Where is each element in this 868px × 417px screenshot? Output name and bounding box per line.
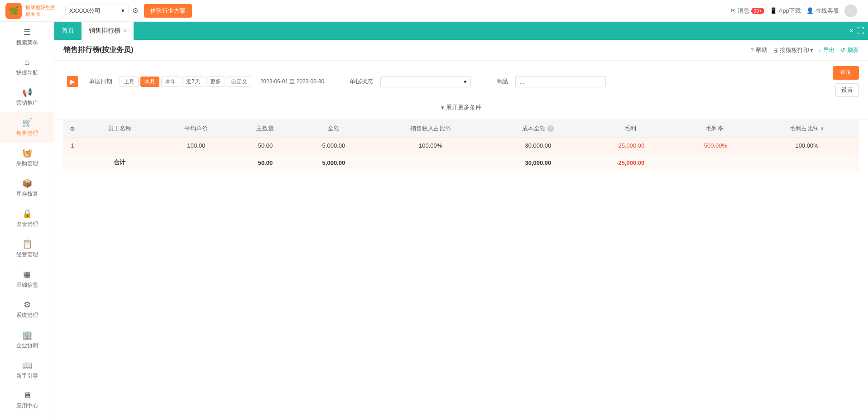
period-current-month[interactable]: 本月 bbox=[140, 77, 159, 87]
message-label: 消息 bbox=[738, 7, 749, 15]
template-print-label: 按模板打印 bbox=[780, 46, 809, 54]
row-avg-price: 100.00 bbox=[158, 138, 235, 154]
export-btn[interactable]: ↓ 导出 bbox=[819, 46, 835, 54]
message-btn[interactable]: ✉ 消息 99+ bbox=[731, 7, 764, 15]
goods-select[interactable]: ... bbox=[515, 76, 606, 87]
template-print-btn[interactable]: 🖨 按模板打印 ▾ bbox=[773, 46, 813, 54]
tab-home[interactable]: 首页 bbox=[54, 22, 82, 40]
sidebar-item-marketing[interactable]: 📢 营销推广 bbox=[0, 82, 54, 112]
row-qty: 50.00 bbox=[235, 138, 297, 154]
sidebar-item-label-system: 系统管理 bbox=[16, 312, 38, 319]
tab-bar: 首页 销售排行榜 × × ⛶ bbox=[54, 22, 868, 40]
th-cost: 成本全额 ? bbox=[490, 120, 587, 138]
period-year[interactable]: 本年 bbox=[161, 77, 180, 87]
sidebar-item-label-sales: 销售管理 bbox=[16, 129, 38, 137]
inventory-icon: 📦 bbox=[22, 178, 32, 188]
logo-section: 🌿 畅康通好生意 标准版 bbox=[5, 3, 60, 19]
row-cost: 30,000.00 bbox=[490, 138, 587, 154]
gross-pct-sort-icon[interactable]: ⬇ bbox=[820, 126, 824, 132]
sidebar-item-quick-nav[interactable]: ⌂ 快捷导航 bbox=[0, 52, 54, 82]
period-more[interactable]: 更多 bbox=[206, 77, 225, 87]
sidebar-item-label-marketing: 营销推广 bbox=[16, 99, 38, 107]
content-area: 首页 销售排行榜 × × ⛶ 销售排行榜(按业务员) bbox=[54, 22, 868, 417]
sidebar-item-label-quicknav: 快捷导航 bbox=[16, 69, 38, 77]
sidebar-item-guide[interactable]: 📖 新手引导 bbox=[0, 355, 54, 385]
sidebar-item-search-order[interactable]: ☰ 搜索菜单 bbox=[0, 22, 54, 52]
help-btn[interactable]: ? 帮助 bbox=[750, 46, 767, 54]
logo-line2: 标准版 bbox=[25, 11, 55, 17]
sidebar-item-inventory[interactable]: 📦 库存核算 bbox=[0, 173, 54, 203]
industry-btn[interactable]: 体验行业方案 bbox=[144, 4, 192, 18]
goods-placeholder: ... bbox=[519, 78, 602, 85]
help-label: 帮助 bbox=[756, 46, 767, 54]
status-select[interactable]: ▾ bbox=[380, 76, 471, 87]
sidebar-item-enterprise[interactable]: 🏢 企业协同 bbox=[0, 325, 54, 355]
filter-row-1: ▶ 单据日期 上月 本月 本年 近7天 更多 自定义 2023-06-01 至 … bbox=[63, 66, 859, 97]
page-header: 销售排行榜(按业务员) ? 帮助 🖨 按模板打印 ▾ ↓ bbox=[54, 40, 868, 61]
chevron-down-icon: ▾ bbox=[121, 7, 125, 14]
data-table: ⚙ 员工名称 平均单价 bbox=[63, 120, 859, 171]
date-period-btns: 上月 本月 本年 近7天 更多 自定义 bbox=[120, 77, 251, 87]
filter-area: ▶ 单据日期 上月 本月 本年 近7天 更多 自定义 2023-06-01 至 … bbox=[54, 61, 868, 120]
query-btn[interactable]: 查询 bbox=[833, 66, 859, 80]
row-gross-pct: 100.00% bbox=[755, 138, 859, 154]
setting-btn[interactable]: 设置 bbox=[835, 83, 859, 97]
tab-bar-right: × ⛶ bbox=[849, 27, 868, 35]
sidebar-item-basics[interactable]: ▦ 基础信息 bbox=[0, 264, 54, 294]
footer-sales-pct bbox=[371, 154, 490, 172]
goods-label: 商品 bbox=[496, 77, 508, 86]
sidebar-item-app-center[interactable]: 🖥 应用中心 bbox=[0, 385, 54, 415]
export-icon: ↓ bbox=[819, 47, 822, 53]
period-custom[interactable]: 自定义 bbox=[227, 77, 251, 87]
footer-gross-rate bbox=[674, 154, 755, 172]
top-bar: 🌿 畅康通好生意 标准版 XXXXX公司 ▾ ⚙ 体验行业方案 ✉ 消息 99+… bbox=[0, 0, 868, 22]
th-qty: 主数量 bbox=[235, 120, 297, 138]
sidebar-item-operations[interactable]: 📋 经营管理 bbox=[0, 234, 54, 264]
filter-right-actions: 查询 设置 bbox=[833, 66, 859, 97]
period-7days[interactable]: 近7天 bbox=[182, 77, 204, 87]
expand-window-icon[interactable]: ⛶ bbox=[857, 27, 864, 35]
system-icon: ⚙ bbox=[24, 300, 31, 310]
expand-arrow-icon[interactable]: ▶ bbox=[67, 76, 78, 87]
avatar[interactable] bbox=[844, 5, 857, 17]
th-sales-pct: 销售收入占比% bbox=[371, 120, 490, 138]
expand-more-filters-btn[interactable]: ▾ 展开更多条件 bbox=[63, 101, 859, 114]
period-last-month[interactable]: 上月 bbox=[120, 77, 139, 87]
sidebar-item-sales[interactable]: 🛒 销售管理 bbox=[0, 112, 54, 143]
guide-icon: 📖 bbox=[22, 360, 32, 370]
th-gross-pct: 毛利占比% ⬇ bbox=[755, 120, 859, 138]
sidebar-item-wechat[interactable]: 💬 企业微信 bbox=[0, 415, 54, 417]
th-employee-name: 员工名称 bbox=[82, 120, 158, 138]
home-icon: ⌂ bbox=[24, 58, 29, 67]
page-content: 销售排行榜(按业务员) ? 帮助 🖨 按模板打印 ▾ ↓ bbox=[54, 40, 868, 417]
page-actions: ? 帮助 🖨 按模板打印 ▾ ↓ 导出 ↺ bbox=[750, 46, 859, 54]
table-area: ⚙ 员工名称 平均单价 bbox=[54, 120, 868, 417]
row-amount: 5,000.00 bbox=[296, 138, 371, 154]
app-download-btn[interactable]: 📱 App下载 bbox=[770, 7, 801, 15]
app-center-icon: 🖥 bbox=[23, 391, 31, 400]
column-settings-icon[interactable]: ⚙ bbox=[70, 125, 75, 132]
sidebar-item-label-enterprise: 企业协同 bbox=[16, 342, 38, 350]
expand-toggle[interactable]: ▶ bbox=[63, 76, 82, 87]
online-service-btn[interactable]: 👤 在线客服 bbox=[806, 7, 839, 15]
close-window-icon[interactable]: × bbox=[849, 27, 854, 35]
sidebar-item-finance[interactable]: 🔒 资金管理 bbox=[0, 203, 54, 234]
refresh-label: 刷新 bbox=[847, 46, 859, 54]
help-icon: ? bbox=[750, 47, 753, 53]
cost-info-icon[interactable]: ? bbox=[547, 125, 554, 132]
finance-icon: 🔒 bbox=[22, 209, 32, 219]
company-selector[interactable]: XXXXX公司 ▾ bbox=[65, 5, 129, 17]
sidebar-item-system[interactable]: ⚙ 系统管理 bbox=[0, 294, 54, 325]
sidebar-item-purchase[interactable]: 🧺 采购管理 bbox=[0, 143, 54, 173]
settings-icon[interactable]: ⚙ bbox=[132, 6, 139, 15]
sidebar-item-label-inventory: 库存核算 bbox=[16, 190, 38, 198]
refresh-icon: ↺ bbox=[840, 47, 845, 53]
tab-close-icon[interactable]: × bbox=[123, 28, 126, 34]
th-settings[interactable]: ⚙ bbox=[63, 120, 82, 138]
footer-label: 合计 bbox=[82, 154, 158, 172]
refresh-btn[interactable]: ↺ 刷新 bbox=[840, 46, 859, 54]
tab-sales-rank[interactable]: 销售排行榜 × bbox=[82, 22, 134, 40]
operations-icon: 📋 bbox=[22, 239, 32, 249]
company-name: XXXXX公司 bbox=[69, 7, 119, 15]
footer-avg-price bbox=[158, 154, 235, 172]
